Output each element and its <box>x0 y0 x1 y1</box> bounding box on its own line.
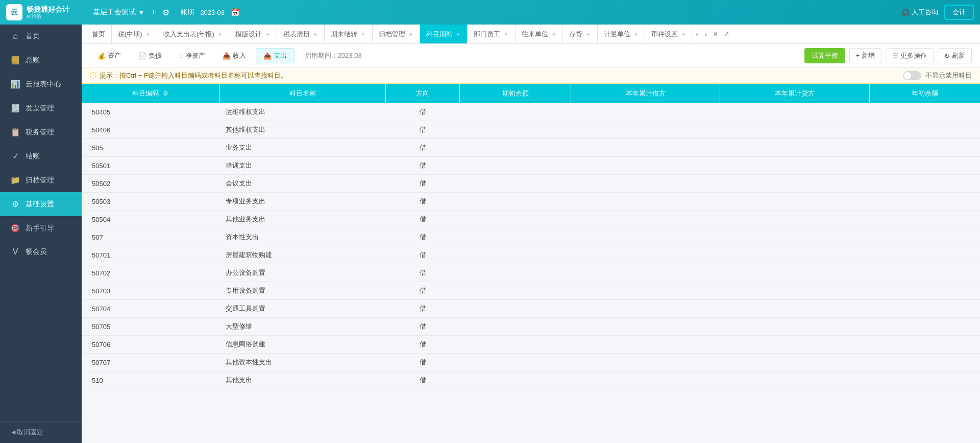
notice-left: ⓘ 提示：按Ctrl + F键并输入科目编码或者科目名称可以查找科目。 <box>90 71 287 80</box>
tab-unit[interactable]: 计量单位 × <box>598 25 645 44</box>
cell-code: 50406 <box>82 121 219 139</box>
tab-tax-mid-close[interactable]: × <box>145 31 151 37</box>
cell-debit <box>571 264 720 282</box>
expense-icon: 📤 <box>263 52 272 60</box>
tab-archive[interactable]: 归档管理 × <box>373 25 420 44</box>
table-row[interactable]: 50702办公设备购置借 <box>82 264 980 282</box>
cell-code: 50405 <box>82 103 219 121</box>
cell-debit <box>571 193 720 211</box>
table-row[interactable]: 50502会议支出借 <box>82 175 980 193</box>
dropdown-icon[interactable]: ▼ <box>138 8 145 16</box>
sidebar-item-member[interactable]: V 畅会员 <box>0 240 82 264</box>
balance-button[interactable]: 试算平衡 <box>804 48 845 63</box>
cell-direction: 借 <box>386 300 460 318</box>
tab-currency[interactable]: 币种设置 × <box>645 25 693 44</box>
sidebar-item-close[interactable]: ✓ 结账 <box>0 144 82 168</box>
tab-unit-close[interactable]: × <box>633 31 639 37</box>
info-icon: ⓘ <box>90 71 96 80</box>
table-row[interactable]: 50704交通工具购置借 <box>82 300 980 318</box>
sidebar-item-guide[interactable]: 🎯 新手引导 <box>0 216 82 240</box>
sub-tab-liabilities[interactable]: 📄 负债 <box>131 48 169 63</box>
sidebar-item-settings[interactable]: ⚙ 基础设置 <box>0 192 82 216</box>
tab-tax-list[interactable]: 税表清册 × <box>277 25 325 44</box>
cell-balance <box>459 336 571 354</box>
assets-icon: 💰 <box>97 52 106 60</box>
content-area: 首页 税(中期) × 收入支出表(年报) × 模版设计 × 税表清册 × 期末结… <box>82 25 980 443</box>
table-row[interactable]: 510其他支出借 <box>82 371 980 389</box>
settings-icon[interactable]: ⚙ <box>162 8 169 17</box>
account-button[interactable]: 会计 <box>944 5 974 20</box>
table-row[interactable]: 50706信息网络购建借 <box>82 336 980 354</box>
tab-template[interactable]: 模版设计 × <box>229 25 277 44</box>
tab-home[interactable]: 首页 <box>86 25 112 44</box>
sidebar-item-invoice[interactable]: 🧾 发票管理 <box>0 96 82 120</box>
logo-icon: 云 <box>6 4 22 20</box>
calendar-icon[interactable]: 📅 <box>231 8 239 16</box>
expand-btn[interactable]: ⤢ <box>721 28 732 40</box>
company-selector[interactable]: 基层工会测试 ▼ <box>93 8 145 17</box>
tab-template-close[interactable]: × <box>265 31 270 37</box>
cell-code: 50707 <box>82 354 219 371</box>
sidebar-item-ledger[interactable]: 📒 总账 <box>0 48 82 72</box>
table-row[interactable]: 507资本性支出借 <box>82 228 980 246</box>
tab-inventory-close[interactable]: × <box>585 31 591 37</box>
cell-debit <box>571 228 720 246</box>
tab-dept-close[interactable]: × <box>503 31 508 37</box>
sidebar-item-home[interactable]: ⌂ 首页 <box>0 25 82 48</box>
table-row[interactable]: 50703专用设备购置借 <box>82 282 980 300</box>
tab-units[interactable]: 往来单位 × <box>516 25 563 44</box>
tab-subject-init-label: 科目期初 <box>426 30 453 39</box>
add-company-btn[interactable]: + <box>151 7 157 18</box>
more-button[interactable]: ☰ 更多操作 <box>886 48 934 63</box>
cell-debit <box>571 175 720 193</box>
table-row[interactable]: 50501培训支出借 <box>82 157 980 175</box>
period-label: 账期 <box>181 8 194 17</box>
tab-home-label: 首页 <box>92 30 105 39</box>
col-code-settings[interactable]: ⚙ <box>163 90 168 97</box>
tab-subject-init[interactable]: 科目期初 × <box>420 25 468 44</box>
help-button[interactable]: 🎧 人工咨询 <box>901 8 938 17</box>
tab-tax-list-close[interactable]: × <box>313 31 318 37</box>
liabilities-icon: 📄 <box>138 52 146 60</box>
cell-code: 505 <box>82 139 219 157</box>
table-row[interactable]: 505业务支出借 <box>82 139 980 157</box>
tab-units-close[interactable]: × <box>551 31 556 37</box>
tab-tax-mid[interactable]: 税(中期) × <box>112 25 157 44</box>
cell-balance <box>459 371 571 389</box>
sidebar-item-archive[interactable]: 📁 归档管理 <box>0 168 82 192</box>
toggle-switch[interactable] <box>903 71 921 80</box>
tab-income[interactable]: 收入支出表(年报) × <box>157 25 229 44</box>
tab-next-btn[interactable]: › <box>701 28 710 40</box>
sub-tab-assets[interactable]: 💰 资产 <box>90 48 129 63</box>
table-row[interactable]: 50406其他维权支出借 <box>82 121 980 139</box>
sub-tab-expense[interactable]: 📤 支出 <box>256 48 295 63</box>
add-button[interactable]: + 新增 <box>849 48 881 63</box>
refresh-button[interactable]: ↻ 刷新 <box>938 48 972 63</box>
period-value: 2023-03 <box>200 9 225 16</box>
tab-subject-init-close[interactable]: × <box>456 31 461 37</box>
tab-archive-close[interactable]: × <box>408 31 413 37</box>
table-row[interactable]: 50705大型修缮借 <box>82 318 980 336</box>
tab-period-end[interactable]: 期末结转 × <box>325 25 372 44</box>
tab-income-close[interactable]: × <box>217 31 223 37</box>
sub-tab-income[interactable]: 📥 收入 <box>215 48 254 63</box>
sidebar-label-ledger: 总账 <box>26 56 40 65</box>
cell-credit <box>720 175 869 193</box>
tab-dept[interactable]: 部门员工 × <box>468 25 515 44</box>
pin-button[interactable]: ◄取消固定 <box>0 421 82 443</box>
tab-period-end-close[interactable]: × <box>360 31 365 37</box>
sidebar-item-tax[interactable]: 📋 税务管理 <box>0 120 82 144</box>
tab-prev-btn[interactable]: ‹ <box>693 28 702 40</box>
tab-currency-close[interactable]: × <box>681 31 686 37</box>
tab-inventory[interactable]: 存货 × <box>563 25 597 44</box>
table-row[interactable]: 50707其他资本性支出借 <box>82 354 980 371</box>
cell-balance <box>459 354 571 371</box>
table-row[interactable]: 50405运维维权支出借 <box>82 103 980 121</box>
sub-tab-net-assets[interactable]: ≡ 净资产 <box>172 48 213 63</box>
table-row[interactable]: 50503专项业务支出借 <box>82 193 980 211</box>
table-container[interactable]: 科目编码 ⚙ 科目名称 方向 期初余额 本年累计借方 本年累计贷方 年初余额 5… <box>82 84 980 443</box>
close-all-tabs-btn[interactable]: × <box>710 28 721 41</box>
table-row[interactable]: 50701房屋建筑物购建借 <box>82 246 980 264</box>
sidebar-item-reports[interactable]: 📊 云报表中心 <box>0 72 82 96</box>
table-row[interactable]: 50504其他业务支出借 <box>82 211 980 228</box>
